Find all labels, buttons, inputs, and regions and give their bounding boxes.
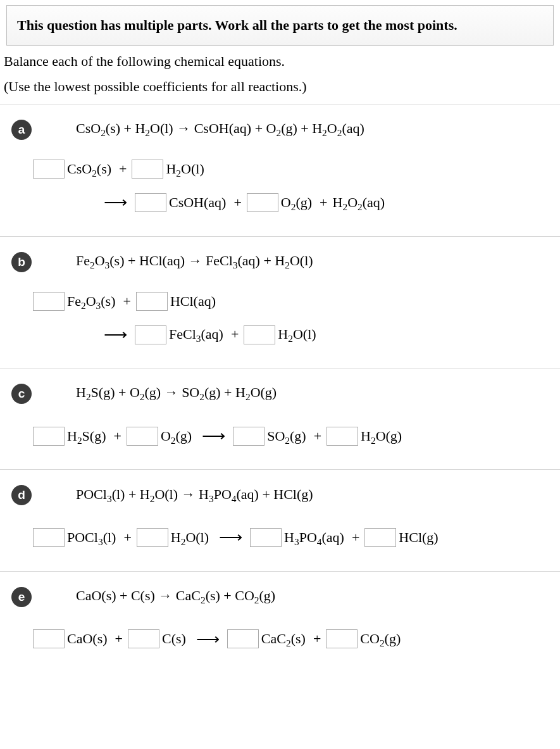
- coef-input-c-r2[interactable]: [127, 427, 158, 446]
- plus-icon: +: [123, 522, 131, 553]
- part-badge-a: a: [11, 120, 32, 140]
- plus-icon: +: [123, 286, 131, 317]
- term-a-p3: H2O2(aq): [333, 187, 385, 218]
- coef-input-e-r2[interactable]: [128, 629, 159, 648]
- term-b-r2: HCl(aq): [170, 286, 216, 317]
- plus-icon: +: [231, 319, 239, 349]
- term-b-p2: H2O(l): [278, 319, 316, 349]
- arrow-icon: ⟶: [196, 621, 220, 657]
- term-b-p1: FeCl3(aq): [169, 319, 223, 349]
- coef-input-b-p1[interactable]: [135, 325, 166, 344]
- plus-icon: +: [313, 624, 321, 654]
- equation-b: Fe2O3(s) + HCl(aq) → FeCl3(aq) + H2O(l): [76, 253, 313, 271]
- plus-icon: +: [233, 187, 241, 218]
- coef-input-e-p1[interactable]: [227, 629, 259, 648]
- coef-input-c-p1[interactable]: [233, 427, 264, 446]
- coef-input-a-p1[interactable]: [135, 193, 166, 212]
- term-d-r2: H2O(l): [171, 522, 209, 553]
- plus-icon: +: [352, 522, 359, 553]
- term-e-r2: C(s): [162, 624, 186, 654]
- plus-icon: +: [113, 421, 121, 451]
- part-a: a CsO2(s) + H2O(l) → CsOH(aq) + O2(g) + …: [0, 104, 560, 236]
- term-c-r1: H2S(g): [67, 421, 106, 451]
- term-d-r1: POCl3(l): [67, 522, 116, 553]
- term-c-p2: H2O(g): [361, 421, 402, 451]
- term-a-p2: O2(g): [281, 187, 312, 218]
- instructions-header: This question has multiple parts. Work a…: [6, 5, 554, 46]
- answer-row-c: H2S(g) + O2(g) ⟶ SO2(g) + H2O(g): [8, 418, 552, 454]
- answer-row-b: Fe2O3(s) + HCl(aq) ⟶ FeCl3(aq) + H2O(l): [8, 286, 552, 353]
- coef-input-e-p2[interactable]: [326, 629, 358, 648]
- arrow-icon: ⟶: [219, 519, 242, 555]
- coef-input-a-r2[interactable]: [132, 160, 163, 179]
- part-b: b Fe2O3(s) + HCl(aq) → FeCl3(aq) + H2O(l…: [0, 237, 560, 368]
- part-badge-d: d: [11, 485, 32, 505]
- equation-e: CaO(s) + C(s) → CaC2(s) + CO2(g): [76, 588, 275, 606]
- term-c-r2: O2(g): [161, 421, 192, 451]
- coef-input-c-r1[interactable]: [33, 427, 65, 446]
- coef-input-d-p1[interactable]: [250, 528, 282, 547]
- coef-input-d-r1[interactable]: [33, 528, 65, 547]
- coef-input-d-p2[interactable]: [364, 528, 396, 547]
- plus-icon: +: [314, 421, 321, 451]
- answer-row-e: CaO(s) + C(s) ⟶ CaC2(s) + CO2(g): [8, 621, 552, 657]
- term-d-p2: HCl(g): [399, 522, 438, 553]
- term-a-r2: H2O(l): [166, 154, 204, 184]
- term-a-r1: CsO2(s): [67, 154, 111, 184]
- equation-c: H2S(g) + O2(g) → SO2(g) + H2O(g): [76, 384, 277, 403]
- part-d: d POCl3(l) + H2O(l) → H3PO4(aq) + HCl(g)…: [0, 470, 560, 570]
- equation-a: CsO2(s) + H2O(l) → CsOH(aq) + O2(g) + H2…: [76, 120, 364, 139]
- term-b-r1: Fe2O3(s): [67, 286, 116, 317]
- coef-input-e-r1[interactable]: [33, 629, 65, 648]
- plus-icon: +: [320, 187, 327, 218]
- answer-row-a: CsO2(s) + H2O(l) ⟶ CsOH(aq) + O2(g) + H2…: [8, 154, 552, 221]
- arrow-icon: ⟶: [104, 184, 127, 220]
- arrow-icon: ⟶: [202, 418, 225, 454]
- term-d-p1: H3PO4(aq): [284, 522, 344, 553]
- part-c: c H2S(g) + O2(g) → SO2(g) + H2O(g) H2S(g…: [0, 368, 560, 469]
- part-badge-e: e: [11, 587, 32, 607]
- answer-row-d: POCl3(l) + H2O(l) ⟶ H3PO4(aq) + HCl(g): [8, 519, 552, 555]
- intro-line-2: (Use the lowest possible coefficients fo…: [4, 79, 556, 95]
- plus-icon: +: [115, 624, 123, 654]
- part-badge-b: b: [11, 252, 32, 272]
- coef-input-b-r2[interactable]: [136, 292, 168, 311]
- term-a-p1: CsOH(aq): [169, 187, 226, 218]
- coef-input-a-r1[interactable]: [33, 160, 65, 179]
- coef-input-c-p2[interactable]: [327, 427, 358, 446]
- coef-input-b-r1[interactable]: [33, 292, 65, 311]
- term-e-p2: CO2(g): [360, 624, 401, 654]
- plus-icon: +: [119, 154, 127, 184]
- term-e-r1: CaO(s): [67, 624, 108, 654]
- equation-d: POCl3(l) + H2O(l) → H3PO4(aq) + HCl(g): [76, 486, 313, 505]
- coef-input-b-p2[interactable]: [244, 325, 275, 344]
- arrow-icon: ⟶: [104, 317, 127, 353]
- coef-input-a-p2[interactable]: [247, 193, 278, 212]
- coef-input-d-r2[interactable]: [137, 528, 168, 547]
- part-e: e CaO(s) + C(s) → CaC2(s) + CO2(g) CaO(s…: [0, 572, 560, 672]
- intro-line-1: Balance each of the following chemical e…: [4, 53, 556, 70]
- term-c-p1: SO2(g): [267, 421, 306, 451]
- part-badge-c: c: [11, 384, 32, 404]
- intro-text: Balance each of the following chemical e…: [0, 53, 560, 95]
- term-e-p1: CaC2(s): [261, 624, 306, 654]
